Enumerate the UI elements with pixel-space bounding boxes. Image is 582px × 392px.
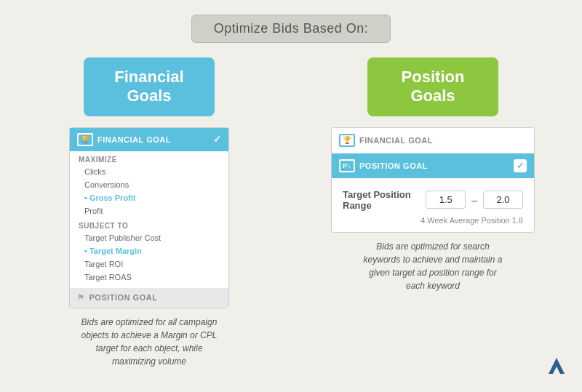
target-position-range-row: Target Position Range – [332,178,534,215]
subject-to-section-label: SUBJECT TO [70,217,228,231]
financial-menu-panel: 🏆 FINANCIAL GOAL ✓ MAXIMIZE Clicks Conve… [69,127,229,308]
right-description: Bids are optimized for search keywords t… [349,240,517,292]
left-column: Financial Goals 🏆 FINANCIAL GOAL ✓ MAXIM… [15,57,284,377]
flag-icon: ⚑ [77,293,85,303]
position-checkmark: ✓ [514,159,527,172]
svg-marker-0 [549,358,565,374]
checkmark-icon: ✓ [213,134,222,145]
menu-item-target-margin[interactable]: Target Margin [70,244,228,257]
marin-logo [546,355,567,381]
right-panel-position-header: P↕ POSITION GOAL ✓ [332,153,534,178]
header-banner: Optimize Bids Based On: [191,15,391,43]
range-min-input[interactable] [426,191,466,209]
financial-line2: Goals [127,87,171,105]
menu-item-gross-profit[interactable]: Gross Profit [70,191,228,204]
right-column: Position Goals 🏆 FINANCIAL GOAL P↕ POSIT… [298,57,567,377]
range-dash: – [471,194,477,206]
menu-item-target-roas[interactable]: Target ROAS [70,271,228,284]
menu-item-conversions[interactable]: Conversions [70,178,228,191]
header-title: Optimize Bids Based On: [214,21,369,36]
marin-logo-svg [546,355,567,377]
financial-goals-button[interactable]: Financial Goals [84,57,215,116]
position-line1: Position [402,68,465,86]
right-position-goal-label: POSITION GOAL [359,161,428,170]
target-range-label: Target Position Range [343,189,420,211]
trophy-icon: 🏆 [77,133,93,146]
position-line2: Goals [410,87,455,105]
maximize-section-label: MAXIMIZE [70,151,228,165]
position-goal-footer-label: POSITION GOAL [89,293,158,302]
menu-item-target-publisher-cost[interactable]: Target Publisher Cost [70,231,228,244]
menu-item-clicks[interactable]: Clicks [70,165,228,178]
right-financial-goal-label: FINANCIAL GOAL [359,136,433,145]
position-goal-footer[interactable]: ⚑ POSITION GOAL [70,288,228,308]
right-panel: 🏆 FINANCIAL GOAL P↕ POSITION GOAL ✓ Targ… [331,127,535,233]
left-description: Bids are optimized for all campaign obje… [65,316,233,368]
financial-line1: Financial [114,68,183,86]
financial-goal-label: FINANCIAL GOAL [97,135,171,144]
position-icon-right: P↕ [339,159,355,172]
menu-header-financial: 🏆 FINANCIAL GOAL ✓ [70,128,228,151]
position-goals-button[interactable]: Position Goals [367,57,498,116]
range-max-input[interactable] [483,191,523,209]
main-container: Optimize Bids Based On: Financial Goals … [0,0,582,392]
columns: Financial Goals 🏆 FINANCIAL GOAL ✓ MAXIM… [15,57,567,377]
avg-position-label: 4 Week Average Position 1.8 [332,215,534,232]
trophy-icon-right: 🏆 [339,134,355,147]
menu-item-target-roi[interactable]: Target ROI [70,257,228,271]
menu-item-profit[interactable]: Profit [70,204,228,217]
right-panel-financial-header: 🏆 FINANCIAL GOAL [332,128,534,153]
